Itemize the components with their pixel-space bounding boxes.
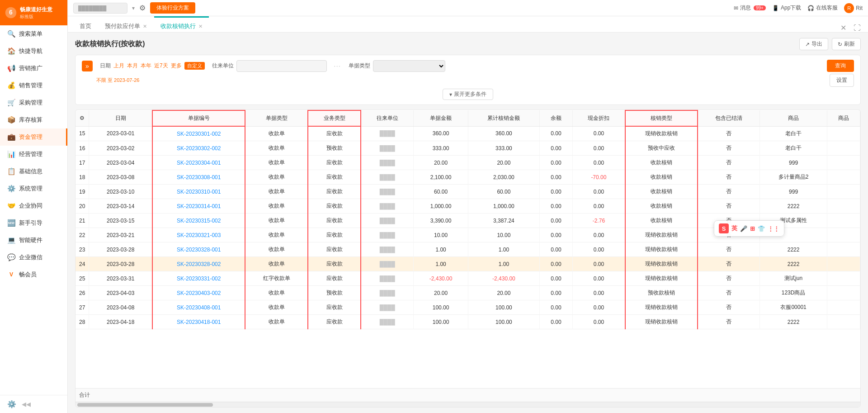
cell-no: 18: [75, 170, 89, 185]
cell-include-settled: 否: [698, 257, 760, 271]
user-profile[interactable]: R Rit: [844, 3, 863, 13]
cell-sn[interactable]: SK-20230308-001: [152, 170, 245, 185]
cell-date: 2023-03-31: [89, 271, 152, 286]
date-this-year[interactable]: 本年: [141, 62, 151, 70]
sidebar-item-finance[interactable]: 💼 资金管理: [0, 128, 67, 146]
tab-home[interactable]: 首页: [73, 16, 98, 32]
filter-expand-arrow[interactable]: »: [82, 61, 93, 71]
tab-prepay[interactable]: 预付款应付单 ✕: [99, 16, 153, 32]
cell-sn[interactable]: SK-20230304-001: [152, 156, 245, 170]
cell-sn[interactable]: SK-20230310-001: [152, 185, 245, 199]
table-row[interactable]: 24 2023-03-28 SK-20230328-002 收款单 应收款 ██…: [75, 257, 860, 271]
table-row[interactable]: 18 2023-03-08 SK-20230308-001 收款单 应收款 ██…: [75, 170, 860, 185]
workspace-selector[interactable]: ████████: [73, 3, 127, 14]
filter-row-1: » 日期 上月 本月 本年 近7天 更多 自定义 往来单位 ··· 单据类: [82, 60, 854, 72]
table-row[interactable]: 23 2023-03-28 SK-20230328-001 收款单 应收款 ██…: [75, 242, 860, 257]
cell-balance: 0.00: [540, 185, 573, 199]
app-download-button[interactable]: 📱 App下载: [772, 4, 801, 12]
sidebar-item-inventory[interactable]: 📦 库存核算: [0, 111, 67, 128]
cell-sn[interactable]: SK-20230403-002: [152, 286, 245, 300]
cell-goods: 999: [760, 185, 827, 199]
table-row[interactable]: 17 2023-03-04 SK-20230304-001 收款单 应收款 ██…: [75, 156, 860, 170]
cell-sn[interactable]: SK-20230302-002: [152, 141, 245, 156]
message-button[interactable]: ✉ 消息 99+: [734, 4, 766, 12]
counterpart-input[interactable]: [236, 60, 327, 72]
page-title: 收款核销执行(按收款): [75, 39, 145, 49]
table-row[interactable]: 15 2023-03-01 SK-20230301-002 收款单 应收款 ██…: [75, 126, 860, 141]
scrollbar-thumb[interactable]: [77, 403, 213, 407]
sidebar-item-enterprise[interactable]: 🤝 企业协同: [0, 197, 67, 214]
sidebar-item-quick[interactable]: 🏠 快捷导航: [0, 43, 67, 60]
date-last-month[interactable]: 上月: [113, 62, 124, 70]
date-custom-button[interactable]: 自定义: [184, 62, 205, 70]
expand-more-button[interactable]: ▾ 展开更多条件: [443, 89, 493, 100]
export-button[interactable]: ↗ 导出: [799, 38, 828, 50]
settings-button[interactable]: 设置: [830, 74, 854, 87]
cell-sn[interactable]: SK-20230408-001: [152, 300, 245, 315]
cell-sn[interactable]: SK-20230301-002: [152, 126, 245, 141]
cell-sn[interactable]: SK-20230418-001: [152, 315, 245, 329]
query-button[interactable]: 查询: [827, 60, 854, 72]
horizontal-scrollbar[interactable]: [75, 402, 860, 407]
table-row[interactable]: 16 2023-03-02 SK-20230302-002 收款单 预收款 ██…: [75, 141, 860, 156]
cell-include-settled: 否: [698, 271, 760, 286]
cell-balance: 0.00: [540, 257, 573, 271]
main-area: ████████ ▾ ⚙ 体验行业方案 ✉ 消息 99+ 📱 App下载 🎧 在…: [68, 0, 868, 413]
topbar-gear-icon[interactable]: ⚙: [139, 4, 146, 12]
table-row[interactable]: 28 2023-04-18 SK-20230418-001 收款单 应收款 ██…: [75, 315, 860, 329]
date-7-days[interactable]: 近7天: [154, 62, 168, 70]
cell-date: 2023-03-21: [89, 228, 152, 242]
enterprise-icon: 🤝: [7, 202, 15, 210]
sidebar-item-member[interactable]: V 畅会员: [0, 266, 67, 283]
industry-solution-button[interactable]: 体验行业方案: [150, 2, 195, 14]
table-row[interactable]: 27 2023-04-08 SK-20230408-001 收款单 应收款 ██…: [75, 300, 860, 315]
tab-collection-close-icon[interactable]: ✕: [198, 24, 203, 29]
cell-total-cancel: 10.00: [468, 228, 539, 242]
date-this-month[interactable]: 本月: [127, 62, 138, 70]
cell-type: 收款单: [245, 185, 308, 199]
sidebar-item-guide[interactable]: 🆕 新手引导: [0, 214, 67, 232]
sidebar-item-purchase[interactable]: 🛒 采购管理: [0, 94, 67, 111]
sidebar-item-basic[interactable]: 📋 基础信息: [0, 163, 67, 180]
data-table-container: ⚙ 日期 单据编号 单据类型 业务类型 往来单位 单据金额 累计核销金额 余额 …: [75, 109, 861, 408]
cell-sn[interactable]: SK-20230328-001: [152, 242, 245, 257]
voucher-type-select[interactable]: [373, 60, 445, 72]
cell-sn[interactable]: SK-20230321-003: [152, 228, 245, 242]
table-scroll[interactable]: ⚙ 日期 单据编号 单据类型 业务类型 往来单位 单据金额 累计核销金额 余额 …: [75, 110, 860, 388]
table-row[interactable]: 25 2023-03-31 SK-20230331-002 红字收款单 应收款 …: [75, 271, 860, 286]
workspace-chevron-icon[interactable]: ▾: [132, 5, 135, 11]
cell-sn[interactable]: SK-20230314-001: [152, 199, 245, 214]
sidebar-item-search[interactable]: 🔍 搜索菜单: [0, 25, 67, 43]
tab-collection[interactable]: 收款核销执行 ✕: [154, 16, 209, 32]
table-row[interactable]: 26 2023-04-03 SK-20230403-002 收款单 预收款 ██…: [75, 286, 860, 300]
settings-icon[interactable]: ⚙️: [7, 400, 16, 408]
marketing-icon: 📢: [7, 64, 15, 72]
cell-goods2: [827, 228, 860, 242]
sidebar-item-system[interactable]: ⚙️ 系统管理: [0, 180, 67, 197]
table-row[interactable]: 20 2023-03-14 SK-20230314-001 收款单 应收款 ██…: [75, 199, 860, 214]
cell-goods2: [827, 271, 860, 286]
sidebar-item-wechat[interactable]: 💬 企业微信: [0, 249, 67, 266]
cell-include-settled: 否: [698, 300, 760, 315]
home-icon: 🏠: [7, 47, 15, 55]
cell-sn[interactable]: SK-20230328-002: [152, 257, 245, 271]
cell-sn[interactable]: SK-20230315-002: [152, 214, 245, 228]
tab-prepay-close-icon[interactable]: ✕: [143, 24, 147, 29]
cell-sn[interactable]: SK-20230331-002: [152, 271, 245, 286]
cell-include-settled: 否: [698, 141, 760, 156]
sidebar-item-marketing[interactable]: 📢 营销推广: [0, 60, 67, 77]
collapse-icon[interactable]: ◀◀: [22, 401, 31, 408]
cell-counterpart: ████: [361, 271, 413, 286]
col-gear[interactable]: ⚙: [75, 110, 89, 126]
sidebar-item-operation[interactable]: 📊 经营管理: [0, 146, 67, 163]
online-service-button[interactable]: 🎧 在线客服: [807, 4, 838, 12]
sidebar-item-hardware[interactable]: 💻 智能硬件: [0, 232, 67, 249]
cell-type: 收款单: [245, 156, 308, 170]
tab-maximize-icon[interactable]: ⛶: [852, 24, 863, 32]
date-more[interactable]: 更多: [171, 62, 182, 70]
table-row[interactable]: 19 2023-03-10 SK-20230310-001 收款单 应收款 ██…: [75, 185, 860, 199]
cell-date: 2023-03-15: [89, 214, 152, 228]
tab-close-all-icon[interactable]: ✕: [839, 24, 848, 32]
refresh-button[interactable]: ↻ 刷新: [832, 38, 861, 50]
sidebar-item-sales[interactable]: 💰 销售管理: [0, 77, 67, 94]
